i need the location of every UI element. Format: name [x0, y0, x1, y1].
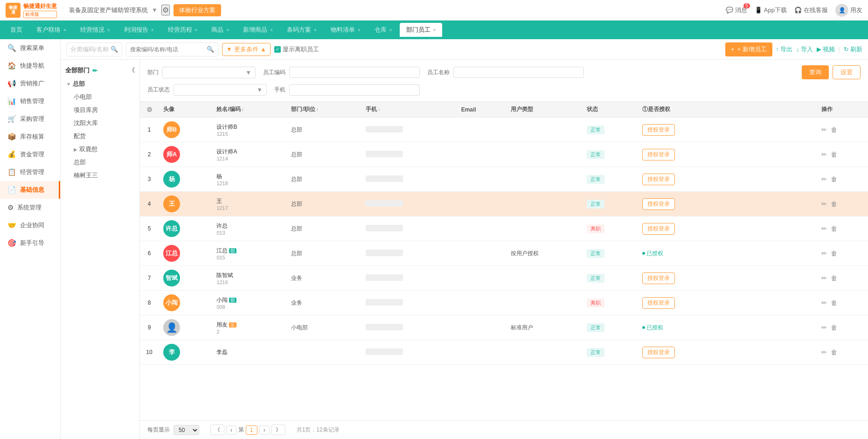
delete-icon[interactable]: 🗑 — [831, 126, 837, 133]
dept-node-hq[interactable]: 总部 — [61, 156, 139, 169]
prev-page-button[interactable]: ‹ — [226, 425, 236, 435]
dept-node-distribution[interactable]: 配货 — [61, 130, 139, 143]
gear-button[interactable]: ⚙ — [161, 5, 170, 15]
add-employee-button[interactable]: + + 新增员工 — [725, 42, 772, 56]
next-page-button[interactable]: › — [259, 425, 270, 435]
sidebar-item-cooperation[interactable]: 🤝 企业协同 — [0, 216, 60, 234]
close-icon[interactable]: × — [314, 28, 317, 33]
view-button[interactable]: ▶ 视频 — [817, 45, 835, 54]
emp-status-select[interactable]: ▼ — [174, 84, 267, 96]
delete-icon[interactable]: 🗑 — [831, 200, 837, 208]
edit-icon[interactable]: ✏ — [821, 126, 827, 133]
sidebar-item-purchase[interactable]: 🛒 采购管理 — [0, 110, 60, 128]
sidebar-item-system[interactable]: ⚙ 系统管理 — [0, 199, 60, 216]
dept-node-shuanglu[interactable]: ▶ 双鹿想 — [61, 143, 139, 156]
auth-login-button[interactable]: 授权登录 — [642, 297, 675, 309]
tab-operation[interactable]: 经营情况 × — [74, 23, 117, 37]
edit-icon[interactable]: ✏ — [821, 250, 827, 257]
sidebar-item-marketing[interactable]: 📢 营销推广 — [0, 75, 60, 92]
try-industry-button[interactable]: 体验行业方案 — [174, 4, 221, 16]
edit-icon[interactable]: ✏ — [821, 324, 827, 331]
user-menu[interactable]: 👤 用友 — [835, 4, 862, 17]
close-icon[interactable]: × — [226, 28, 229, 33]
online-service-button[interactable]: 🎧 在线客服 — [794, 6, 828, 14]
collapse-icon[interactable]: 《 — [129, 66, 135, 75]
edit-dept-icon[interactable]: ✏ — [92, 67, 97, 74]
dept-node-project-warehouse[interactable]: 项目库房 — [61, 104, 139, 117]
sidebar-item-sales[interactable]: 📊 销售管理 — [0, 92, 60, 110]
tab-goods[interactable]: 商品 × — [205, 23, 236, 37]
emp-name-input[interactable] — [453, 67, 584, 78]
close-icon[interactable]: × — [389, 28, 392, 33]
dropdown-arrow[interactable]: ▼ — [152, 7, 158, 14]
delete-icon[interactable]: 🗑 — [831, 151, 837, 158]
edit-icon[interactable]: ✏ — [821, 299, 827, 307]
tab-history[interactable]: 经营历程 × — [161, 23, 204, 37]
show-resigned-checkbox[interactable]: ✓ 显示离职员工 — [274, 45, 319, 54]
delete-icon[interactable]: 🗑 — [831, 274, 837, 282]
auth-login-button[interactable]: 授权登录 — [642, 272, 675, 284]
phone-input[interactable] — [289, 84, 420, 96]
edit-icon[interactable]: ✏ — [821, 175, 827, 183]
delete-icon[interactable]: 🗑 — [831, 324, 837, 331]
auth-login-button[interactable]: 授权登录 — [642, 174, 675, 185]
close-icon[interactable]: × — [151, 28, 154, 33]
dept-select[interactable]: ▼ — [162, 67, 256, 78]
sidebar-item-quick-nav[interactable]: 🏠 快捷导航 — [0, 57, 60, 75]
tab-department-staff[interactable]: 部门员工 × — [400, 23, 443, 37]
employee-search-box[interactable]: 🔍 — [126, 42, 218, 56]
page-size-select[interactable]: 50 100 — [174, 425, 199, 435]
dept-node-nanshuwangsan[interactable]: 楠树王三 — [61, 169, 139, 182]
export-button[interactable]: ↑ 导出 — [776, 45, 793, 54]
col-name[interactable]: 姓名/编码↕ — [212, 102, 286, 118]
col-settings-header[interactable]: ⚙ — [140, 102, 159, 118]
col-dept[interactable]: 部门/职位↕ — [286, 102, 361, 118]
delete-icon[interactable]: 🗑 — [831, 250, 837, 257]
auth-login-button[interactable]: 授权登录 — [642, 347, 675, 358]
more-filter-button[interactable]: ▼ 更多条件 ▲ — [222, 43, 271, 56]
close-icon[interactable]: × — [433, 28, 436, 33]
employee-search-input[interactable] — [130, 46, 205, 53]
message-button[interactable]: 💬 消息 5 — [726, 6, 747, 14]
close-icon[interactable]: × — [107, 28, 110, 33]
sidebar-item-search[interactable]: 🔍 搜索菜单 — [0, 39, 60, 57]
tab-home[interactable]: 首页 — [4, 23, 29, 37]
reset-button[interactable]: 设置 — [833, 65, 861, 79]
close-icon[interactable]: × — [195, 28, 198, 33]
query-button[interactable]: 查询 — [802, 65, 829, 79]
auth-login-button[interactable]: 授权登录 — [642, 198, 675, 210]
col-phone[interactable]: 手机↕ — [361, 102, 456, 118]
delete-icon[interactable]: 🗑 — [831, 175, 837, 183]
emp-code-input[interactable] — [289, 67, 420, 78]
first-page-button[interactable]: 《 — [210, 425, 224, 435]
delete-icon[interactable]: 🗑 — [831, 225, 837, 232]
close-icon[interactable]: × — [358, 28, 361, 33]
close-icon[interactable]: × — [63, 28, 66, 33]
edit-icon[interactable]: ✏ — [821, 151, 827, 158]
sidebar-item-basic-info[interactable]: 📄 基础信息 — [0, 181, 60, 199]
refresh-button[interactable]: ↻ 刷新 — [844, 45, 862, 54]
auth-login-button[interactable]: 授权登录 — [642, 149, 675, 160]
delete-icon[interactable]: 🗑 — [831, 348, 837, 356]
edit-icon[interactable]: ✏ — [821, 274, 827, 282]
app-download-button[interactable]: 📱 App下载 — [755, 6, 787, 14]
edit-icon[interactable]: ✏ — [821, 200, 827, 208]
sidebar-item-guide[interactable]: 🎯 新手引导 — [0, 234, 60, 252]
settings-icon[interactable]: ⚙ — [146, 106, 153, 113]
auth-login-button[interactable]: 授权登录 — [642, 223, 675, 235]
tab-bom[interactable]: 物料清单 × — [324, 23, 367, 37]
tab-profit[interactable]: 利润报告 × — [118, 23, 160, 37]
last-page-button[interactable]: 》 — [271, 425, 285, 435]
dept-node-small-electric[interactable]: 小电部 — [61, 91, 139, 104]
tab-warehouse[interactable]: 仓库 × — [368, 23, 399, 37]
category-search-box[interactable]: 分类编码/名称 🔍 — [66, 42, 122, 56]
edit-icon[interactable]: ✏ — [821, 348, 827, 356]
auth-login-button[interactable]: 授权登录 — [642, 124, 675, 136]
sidebar-item-business[interactable]: 📋 经营管理 — [0, 163, 60, 181]
edit-icon[interactable]: ✏ — [821, 225, 827, 232]
close-icon[interactable]: × — [270, 28, 273, 33]
delete-icon[interactable]: 🗑 — [831, 299, 837, 307]
sidebar-item-finance[interactable]: 💰 资金管理 — [0, 146, 60, 163]
dept-node-shenyang[interactable]: 沈阳大库 — [61, 117, 139, 130]
sidebar-item-inventory[interactable]: 📦 库存核算 — [0, 128, 60, 146]
